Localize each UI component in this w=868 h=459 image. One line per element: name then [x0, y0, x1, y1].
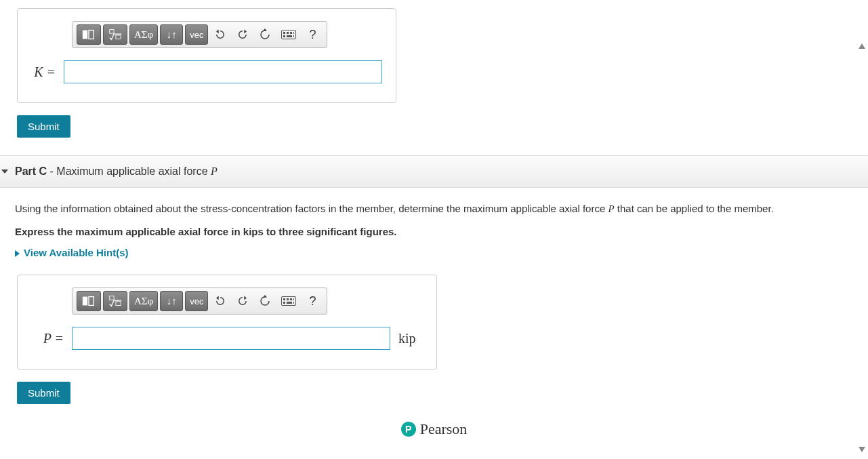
collapse-icon — [1, 169, 8, 174]
pearson-logo-icon: P — [401, 422, 416, 437]
greek-letters-button[interactable]: ΑΣφ — [129, 24, 158, 45]
help-button[interactable]: ? — [302, 24, 323, 45]
scrollbar-up-icon[interactable] — [857, 41, 867, 61]
variable-label-p: P = — [31, 331, 64, 346]
svg-rect-7 — [116, 302, 121, 306]
input-row-p: P = kip — [31, 327, 423, 350]
expand-icon — [15, 250, 20, 257]
answer-input-p[interactable] — [72, 327, 390, 350]
templates-button[interactable] — [77, 291, 101, 311]
greek-letters-button[interactable]: ΑΣφ — [129, 291, 158, 311]
answer-box-k: ΑΣφ ↓↑ vec ? K = — [17, 8, 396, 103]
equation-toolbar: ΑΣφ ↓↑ vec ? — [72, 287, 327, 315]
vector-button[interactable]: vec — [185, 291, 208, 311]
svg-rect-4 — [83, 297, 87, 306]
undo-button[interactable] — [210, 291, 230, 311]
svg-rect-2 — [110, 30, 114, 34]
redo-button[interactable] — [232, 24, 253, 45]
reset-button[interactable] — [255, 291, 275, 311]
fraction-root-button[interactable] — [103, 291, 127, 311]
footer: P Pearson — [0, 416, 868, 438]
express-instruction: Express the maximum applicable axial for… — [0, 220, 868, 244]
sub-sup-button[interactable]: ↓↑ — [160, 24, 183, 45]
keyboard-button[interactable] — [277, 291, 300, 311]
help-button[interactable]: ? — [302, 291, 323, 311]
part-label: Part C — [15, 165, 47, 177]
part-c-header[interactable]: Part C - Maximum applicable axial force … — [0, 155, 868, 188]
view-hints-link[interactable]: View Available Hint(s) — [0, 244, 868, 266]
keyboard-icon — [281, 30, 296, 39]
sub-sup-button[interactable]: ↓↑ — [160, 291, 183, 311]
answer-box-p: ΑΣφ ↓↑ vec ? P = kip — [17, 275, 437, 370]
undo-button[interactable] — [210, 24, 230, 45]
submit-button-p[interactable]: Submit — [17, 382, 70, 404]
svg-rect-5 — [89, 297, 94, 306]
equation-toolbar: ΑΣφ ↓↑ vec ? — [72, 21, 327, 48]
answer-input-k[interactable] — [64, 60, 382, 83]
reset-button[interactable] — [255, 24, 275, 45]
keyboard-button[interactable] — [277, 24, 300, 45]
svg-rect-0 — [83, 31, 87, 39]
pearson-brand: P Pearson — [401, 420, 468, 438]
vector-button[interactable]: vec — [185, 24, 208, 45]
keyboard-icon — [281, 296, 296, 306]
unit-label: kip — [398, 331, 416, 346]
svg-rect-1 — [89, 31, 94, 39]
part-c-prompt: Using the information obtained about the… — [0, 188, 868, 220]
fraction-root-button[interactable] — [103, 24, 127, 45]
redo-button[interactable] — [232, 291, 253, 311]
submit-button-k[interactable]: Submit — [17, 115, 70, 138]
input-row-k: K = — [31, 60, 382, 83]
variable-label-k: K = — [31, 64, 56, 80]
svg-rect-3 — [116, 35, 121, 39]
pearson-text: Pearson — [420, 420, 468, 438]
svg-rect-6 — [110, 296, 114, 300]
templates-button[interactable] — [77, 24, 101, 45]
